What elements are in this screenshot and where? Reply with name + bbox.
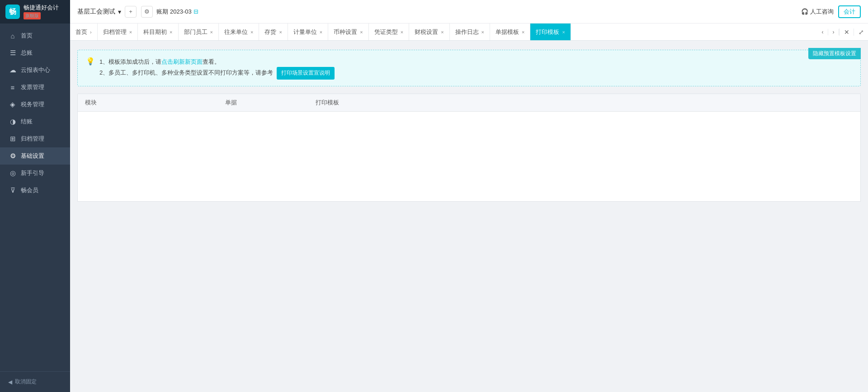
tab-home[interactable]: 首页› [70,24,98,40]
main-area: 基层工会测试 ▾ + ⚙ 账期 2023-03 ⊟ 🎧 人工咨询 [70,0,868,392]
period-value-text: 2023-03 [170,8,192,15]
tab-close-tax-settings[interactable]: × [441,29,443,35]
topbar: 基层工会测试 ▾ + ⚙ 账期 2023-03 ⊟ 🎧 人工咨询 [70,0,868,24]
hide-preview-button[interactable]: 隐藏预置模板设置 [808,48,861,59]
tab-label-dept-staff: 部门员工 [184,28,208,36]
tab-label-currency: 币种设置 [334,28,357,36]
sidebar-item-archive[interactable]: ⊞ 归档管理 [0,130,70,147]
tab-label-subject-init: 科目期初 [143,28,167,36]
sidebar-label-archive: 归档管理 [21,135,44,143]
sidebar-item-ledger[interactable]: ☰ 总账 [0,44,70,61]
content-area: 隐藏预置模板设置 💡 1、模板添加成功后，请点击刷新新页面查看。 2、多员工、多… [70,41,868,392]
tab-close-slip-template[interactable]: × [522,29,524,35]
cancel-pin-label: 取消固定 [15,378,37,386]
tab-voucher-type[interactable]: 凭证类型× [369,24,409,40]
notice-refresh-link[interactable]: 点击刷新新页面 [161,58,203,65]
tab-close-archive-mgmt[interactable]: × [129,29,132,35]
tab-label-counterpart: 往来单位 [224,28,248,36]
tab-close-operation-log[interactable]: × [481,29,484,35]
sidebar-item-guide[interactable]: ◎ 新手引导 [0,165,70,182]
guide-icon: ◎ [8,169,17,177]
company-name[interactable]: 基层工会测试 ▾ [77,8,121,16]
tab-label-voucher-type: 凭证类型 [374,28,398,36]
sidebar-item-invoice[interactable]: ≡ 发票管理 [0,79,70,96]
tax-icon: ◈ [8,100,17,109]
period-label-text: 账期 [156,8,168,16]
tab-close-inventory[interactable]: × [279,29,282,35]
add-tab-button[interactable]: + [125,6,137,18]
tab-measure-unit[interactable]: 计量单位× [288,24,328,40]
member-icon: ⊽ [8,186,17,194]
notice-line1-suffix: 查看。 [203,58,220,65]
tab-close-counterpart[interactable]: × [250,29,253,35]
tab-expand-button[interactable]: ⤢ [854,28,868,36]
tab-label-inventory: 存货 [264,28,276,36]
tab-tax-settings[interactable]: 财税设置× [409,24,449,40]
notice-line2-prefix: 2、多员工、多打印机、多种业务类型设置不同打印方案等，请参考 [99,69,273,76]
tab-inventory[interactable]: 存货× [259,24,288,40]
tab-counterpart[interactable]: 往来单位× [219,24,259,40]
sidebar-label-tax: 税务管理 [21,100,44,109]
notice-line2: 2、多员工、多打印机、多种业务类型设置不同打印方案等，请参考 打印场景设置宣说明 [99,67,336,80]
invoice-icon: ≡ [8,84,17,91]
account-label: 会计 [844,8,855,15]
tab-close-print-template[interactable]: × [562,29,565,35]
notice-line1-prefix: 1、模板添加成功后，请 [99,58,161,65]
tab-label-home: 首页 [75,28,87,36]
tab-close-dept-staff[interactable]: × [210,29,213,35]
tab-label-print-template: 打印模板 [536,28,559,36]
notice-text: 1、模板添加成功后，请点击刷新新页面查看。 2、多员工、多打印机、多种业务类型设… [99,57,336,80]
home-icon: ⌂ [8,32,17,40]
topbar-actions: + ⚙ [125,6,153,18]
sidebar-item-home[interactable]: ⌂ 首页 [0,27,70,44]
pin-icon: ◀ [8,379,12,385]
tab-prev-button[interactable]: ‹ [817,29,828,35]
tab-slip-template[interactable]: 单据模板× [490,24,530,40]
ledger-icon: ☰ [8,49,17,57]
tab-label-measure-unit: 计量单位 [293,28,317,36]
tab-label-archive-mgmt: 归档管理 [103,28,127,36]
company-chevron-icon: ▾ [118,8,121,15]
tab-close-all-button[interactable]: ✕ [839,28,854,36]
sidebar-item-member[interactable]: ⊽ 畅会员 [0,182,70,199]
bulb-icon: 💡 [86,57,95,66]
sidebar-label-member: 畅会员 [21,186,38,194]
table-body [77,111,861,202]
sidebar-item-tax[interactable]: ◈ 税务管理 [0,96,70,113]
account-button[interactable]: 会计 [838,5,861,18]
sidebar-label-settle: 结账 [21,118,33,126]
tabbar: 首页›归档管理×科目期初×部门员工×往来单位×存货×计量单位×币种设置×凭证类型… [70,24,868,41]
tab-close-currency[interactable]: × [360,29,363,35]
tab-close-voucher-type[interactable]: × [401,29,403,35]
sidebar-item-settings[interactable]: ⚙ 基础设置 [0,147,70,165]
hide-preview-label: 隐藏预置模板设置 [813,50,856,57]
col-template-header: 打印模板 [308,94,860,111]
tab-archive-mgmt[interactable]: 归档管理× [98,24,138,40]
tab-print-template[interactable]: 打印模板× [530,24,571,40]
gear-icon: ⚙ [144,8,150,15]
tab-label-slip-template: 单据模板 [495,28,519,36]
tab-label-operation-log: 操作日志 [455,28,479,36]
tab-close-subject-init[interactable]: × [170,29,172,35]
tab-actions: ‹ › ✕ ⤢ [817,28,868,36]
tab-currency[interactable]: 币种设置× [328,24,368,40]
tab-dept-staff[interactable]: 部门员工× [179,24,219,40]
tab-subject-init[interactable]: 科目期初× [138,24,178,40]
col-slip-header: 单据 [218,94,308,111]
tab-operation-log[interactable]: 操作日志× [450,24,490,40]
service-label: 人工咨询 [810,8,834,16]
settle-icon: ◑ [8,118,17,126]
print-scene-button[interactable]: 打印场景设置宣说明 [277,67,335,80]
sidebar-item-settle[interactable]: ◑ 结账 [0,113,70,130]
cancel-pin-button[interactable]: ◀ 取消固定 [0,371,70,392]
sidebar-label-guide: 新手引导 [21,169,44,177]
topbar-left: 基层工会测试 ▾ + ⚙ 账期 2023-03 ⊟ [77,6,198,18]
tab-close-measure-unit[interactable]: × [320,29,322,35]
service-button[interactable]: 🎧 人工咨询 [801,8,834,16]
sidebar: 畅 畅捷通好会计 旗舰版 ⌂ 首页 ☰ 总账 ☁ 云报表中心 ≡ 发票管理 ◈ … [0,0,70,392]
sidebar-label-invoice: 发票管理 [21,83,44,91]
sidebar-label-report: 云报表中心 [21,66,50,74]
tab-next-button[interactable]: › [828,29,839,35]
sidebar-item-report[interactable]: ☁ 云报表中心 [0,61,70,79]
settings-button[interactable]: ⚙ [141,6,153,18]
